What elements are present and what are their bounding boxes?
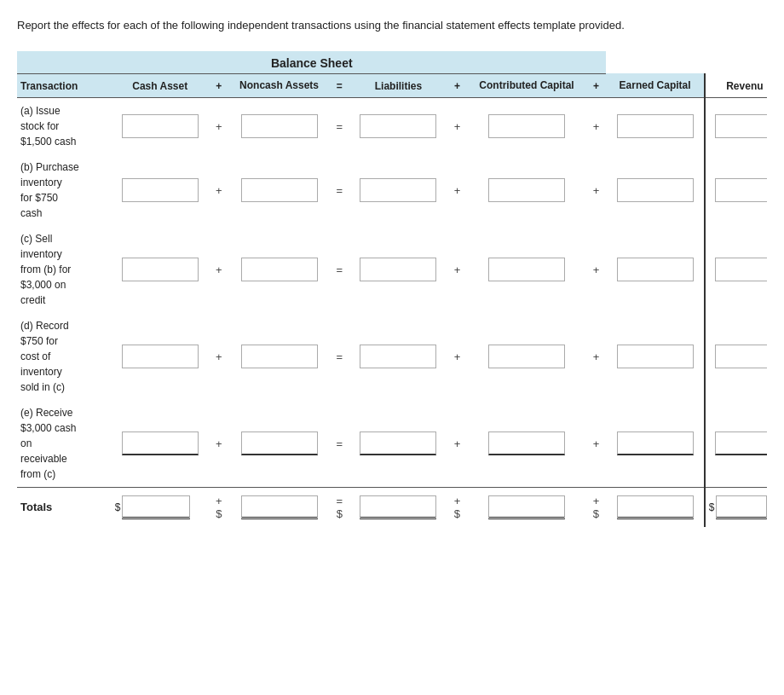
input-a-contrib[interactable] [488,114,565,138]
dollar-sign-earned: $ [593,507,599,520]
totals-input-earned[interactable] [617,495,694,519]
input-a-cash[interactable] [122,114,199,138]
input-cell-e-revenue[interactable] [705,400,767,488]
input-cell-c-noncash[interactable] [229,226,330,313]
op-equals: = [329,73,349,98]
input-cell-c-cash[interactable] [112,226,209,313]
input-b-contrib[interactable] [488,178,565,202]
op-c-plus2: + [447,226,467,313]
input-cell-c-contrib[interactable] [467,226,585,313]
input-e-earned[interactable] [617,431,694,455]
input-c-contrib[interactable] [488,258,565,281]
op-a-plus1: + [209,98,229,155]
input-cell-d-earned[interactable] [606,313,704,400]
input-d-liab[interactable] [360,345,436,368]
totals-label: Totals [17,488,112,528]
input-e-revenue[interactable] [715,431,767,455]
input-b-revenue[interactable] [715,178,767,202]
label-a: (a) Issuestock for$1,500 cash [17,98,112,155]
intro-text: Report the effects for each of the follo… [17,17,767,34]
op-a-plus3: + [585,98,606,155]
totals-cell-contrib[interactable] [467,488,585,528]
input-cell-d-liab[interactable] [349,313,447,400]
input-cell-e-liab[interactable] [349,400,447,488]
input-cell-b-contrib[interactable] [467,154,585,226]
input-c-earned[interactable] [617,258,694,281]
input-cell-b-revenue[interactable] [705,154,767,226]
input-cell-d-contrib[interactable] [467,313,585,400]
op-totals-plus3: + $ [585,488,606,528]
table-row: (b) Purchaseinventoryfor $750cash + = + … [17,154,767,226]
table-row: (a) Issuestock for$1,500 cash + = + + [17,98,767,155]
totals-input-liab[interactable] [360,495,436,519]
input-b-liab[interactable] [360,178,436,202]
op-plus-3: + [585,73,606,98]
input-e-cash[interactable] [122,431,199,455]
input-c-revenue[interactable] [715,258,767,281]
col-revenue: Revenu [705,73,767,98]
input-b-earned[interactable] [617,178,694,202]
totals-input-cash[interactable] [122,495,190,519]
input-d-revenue[interactable] [715,345,767,368]
input-d-earned[interactable] [617,345,694,368]
input-cell-e-contrib[interactable] [467,400,585,488]
op-totals-plus2: + $ [447,488,467,528]
input-e-contrib[interactable] [488,431,565,455]
input-cell-e-earned[interactable] [606,400,704,488]
totals-cell-liab[interactable] [349,488,447,528]
op-e-plus2: + [447,400,467,488]
totals-input-revenue[interactable] [716,495,767,519]
totals-cell-revenue[interactable]: $ [705,488,767,528]
input-cell-d-revenue[interactable] [705,313,767,400]
input-cell-a-revenue[interactable] [705,98,767,155]
input-a-earned[interactable] [617,114,694,138]
op-e-plus1: + [209,400,229,488]
input-a-noncash[interactable] [241,114,318,138]
input-cell-d-cash[interactable] [112,313,209,400]
totals-cell-noncash[interactable] [229,488,330,528]
input-e-liab[interactable] [360,431,436,455]
input-cell-e-cash[interactable] [112,400,209,488]
input-cell-c-earned[interactable] [606,226,704,313]
totals-input-contrib[interactable] [488,495,565,519]
input-c-cash[interactable] [122,258,199,281]
dollar-sign-contrib: $ [454,507,460,520]
input-d-contrib[interactable] [488,345,565,368]
input-cell-b-cash[interactable] [112,154,209,226]
input-cell-a-cash[interactable] [112,98,209,155]
input-c-liab[interactable] [360,258,436,281]
totals-row: Totals $ + $ = $ + $ [17,488,767,528]
input-cell-b-liab[interactable] [349,154,447,226]
totals-cell-earned[interactable] [606,488,704,528]
input-b-cash[interactable] [122,178,199,202]
input-cell-c-revenue[interactable] [705,226,767,313]
input-d-noncash[interactable] [241,345,318,368]
input-cell-b-earned[interactable] [606,154,704,226]
col-liabilities: Liabilities [349,73,447,98]
op-b-plus1: + [209,154,229,226]
input-cell-d-noncash[interactable] [229,313,330,400]
input-cell-e-noncash[interactable] [229,400,330,488]
input-cell-a-contrib[interactable] [467,98,585,155]
input-d-cash[interactable] [122,345,199,368]
input-a-liab[interactable] [360,114,436,138]
op-totals-plus1: + $ [209,488,229,528]
input-cell-c-liab[interactable] [349,226,447,313]
col-earned-capital: Earned Capital [606,73,704,98]
input-cell-b-noncash[interactable] [229,154,330,226]
input-cell-a-earned[interactable] [606,98,704,155]
input-a-revenue[interactable] [715,114,767,138]
totals-cell-cash[interactable]: $ [112,488,209,528]
input-c-noncash[interactable] [241,258,318,281]
op-plus-1: + [209,73,229,98]
totals-input-noncash[interactable] [241,495,318,519]
input-cell-a-liab[interactable] [349,98,447,155]
input-b-noncash[interactable] [241,178,318,202]
input-cell-a-noncash[interactable] [229,98,330,155]
label-e: (e) Receive$3,000 cashonreceivablefrom (… [17,400,112,488]
label-d: (d) Record$750 forcost ofinventorysold i… [17,313,112,400]
table-row: (d) Record$750 forcost ofinventorysold i… [17,313,767,400]
input-e-noncash[interactable] [241,431,318,455]
op-e-plus3: + [585,400,606,488]
label-b: (b) Purchaseinventoryfor $750cash [17,154,112,226]
